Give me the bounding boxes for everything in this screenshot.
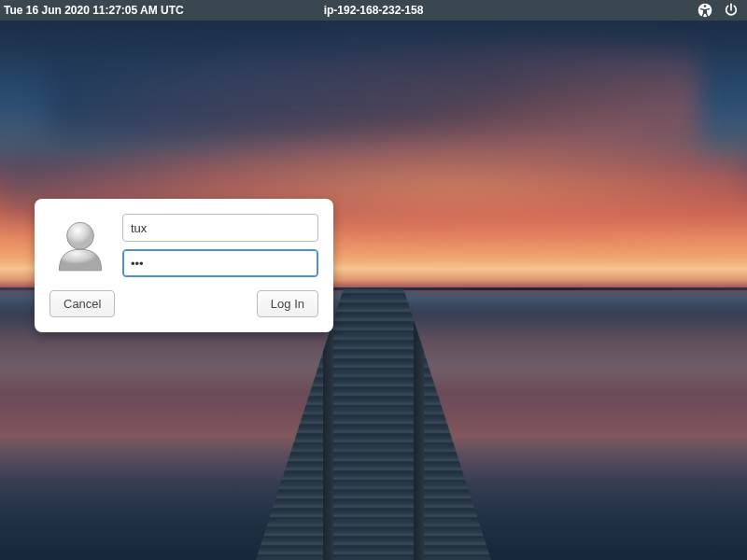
username-field[interactable] — [122, 214, 318, 242]
cancel-button[interactable]: Cancel — [49, 290, 115, 317]
top-bar: Tue 16 Jun 2020 11:27:05 AM UTC ip-192-1… — [0, 0, 747, 21]
clock-datetime: Tue 16 Jun 2020 11:27:05 AM UTC — [0, 4, 184, 17]
login-panel: Cancel Log In — [35, 199, 333, 332]
login-button[interactable]: Log In — [257, 290, 318, 317]
user-avatar-icon — [49, 215, 111, 276]
hostname-label: ip-192-168-232-158 — [324, 4, 424, 17]
password-field[interactable] — [122, 249, 318, 277]
svg-point-1 — [704, 5, 707, 7]
top-bar-right — [697, 2, 740, 19]
svg-point-2 — [67, 222, 94, 249]
accessibility-icon[interactable] — [697, 2, 713, 19]
power-icon[interactable] — [723, 2, 740, 19]
